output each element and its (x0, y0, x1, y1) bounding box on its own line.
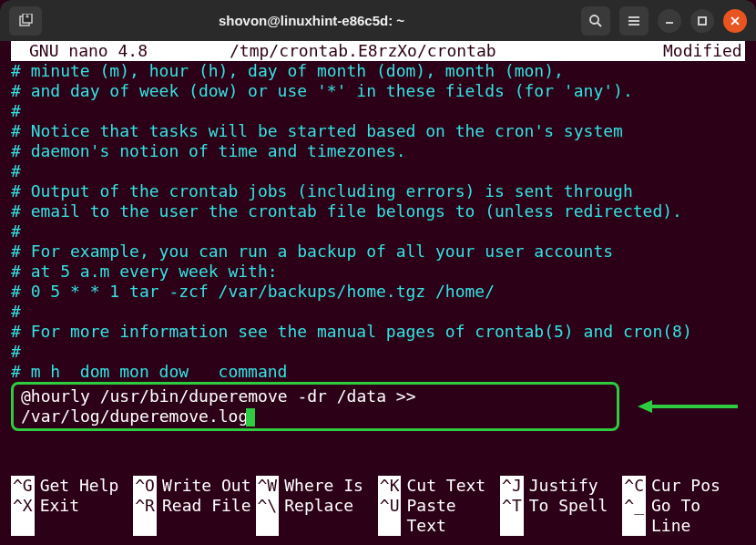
editor-line: # daemon's notion of time and timezones. (11, 141, 745, 161)
titlebar: shovon@linuxhint-e86c5d: ~ (0, 0, 756, 41)
editor-line: # (11, 101, 745, 121)
nano-header: GNU nano 4.8 /tmp/crontab.E8rzXo/crontab… (11, 41, 745, 61)
hamburger-menu-button[interactable] (619, 6, 649, 36)
close-button[interactable] (723, 9, 747, 33)
shortcut-replace[interactable]: ^\Replace (256, 496, 378, 536)
cron-command: @hourly /usr/bin/duperemove -dr /data >>… (21, 386, 415, 426)
editor-line: # Notice that tasks will be started base… (11, 121, 745, 141)
svg-point-4 (590, 15, 598, 24)
nano-footer: ^GGet Help ^OWrite Out ^WWhere Is ^KCut … (11, 476, 745, 536)
editor-line: # (11, 342, 745, 362)
new-tab-button[interactable] (9, 6, 42, 36)
terminal-window: shovon@linuxhint-e86c5d: ~ GNU nano 4.8 … (0, 0, 756, 545)
shortcut-go-to-line[interactable]: ^_Go To Line (622, 496, 744, 536)
cursor (246, 408, 255, 427)
editor-line: # m h dom mon dow command (11, 362, 745, 382)
editor-line: # (11, 161, 745, 181)
shortcut-cur-pos[interactable]: ^CCur Pos (622, 476, 744, 496)
shortcut-exit[interactable]: ^XExit (11, 496, 133, 536)
svg-marker-14 (638, 400, 652, 413)
arrow-icon (638, 397, 738, 416)
nano-status: Modified (663, 41, 745, 61)
shortcut-write-out[interactable]: ^OWrite Out (133, 476, 255, 496)
shortcut-cut-text[interactable]: ^KCut Text (378, 476, 500, 496)
editor-line: # For example, you can run a backup of a… (11, 242, 745, 262)
editor-line: # Output of the crontab jobs (including … (11, 181, 745, 201)
editor-line: # (11, 221, 745, 242)
minimize-button[interactable] (658, 9, 681, 33)
window-title: shovon@linuxhint-e86c5d: ~ (51, 13, 572, 28)
editor-line: # and day of week (dow) or use '*' in th… (11, 81, 745, 101)
search-button[interactable] (581, 6, 610, 36)
editor-line: # (11, 302, 745, 322)
editor-line: # at 5 a.m every week with: (11, 262, 745, 282)
editor-line: # minute (m), hour (h), day of month (do… (11, 61, 745, 81)
editor-line: # email to the user the crontab file bel… (11, 201, 745, 221)
shortcut-justify[interactable]: ^JJustify (500, 476, 622, 496)
editor-line: # 0 5 * * 1 tar -zcf /var/backups/home.t… (11, 282, 745, 302)
shortcut-paste-text[interactable]: ^UPaste Text (378, 496, 500, 536)
editor-line: # For more information see the manual pa… (11, 322, 745, 342)
shortcut-to-spell[interactable]: ^TTo Spell (500, 496, 622, 536)
nano-app-name: GNU nano 4.8 (11, 41, 230, 61)
highlight-box: @hourly /usr/bin/duperemove -dr /data >>… (11, 382, 619, 431)
highlighted-row: @hourly /usr/bin/duperemove -dr /data >>… (11, 382, 745, 431)
svg-line-5 (598, 23, 601, 26)
terminal-area[interactable]: GNU nano 4.8 /tmp/crontab.E8rzXo/crontab… (0, 41, 756, 431)
shortcut-get-help[interactable]: ^GGet Help (11, 476, 133, 496)
svg-rect-10 (699, 17, 706, 25)
shortcut-where-is[interactable]: ^WWhere Is (256, 476, 378, 496)
shortcut-read-file[interactable]: ^RRead File (133, 496, 255, 536)
maximize-button[interactable] (690, 9, 714, 33)
nano-file-path: /tmp/crontab.E8rzXo/crontab (230, 41, 663, 61)
